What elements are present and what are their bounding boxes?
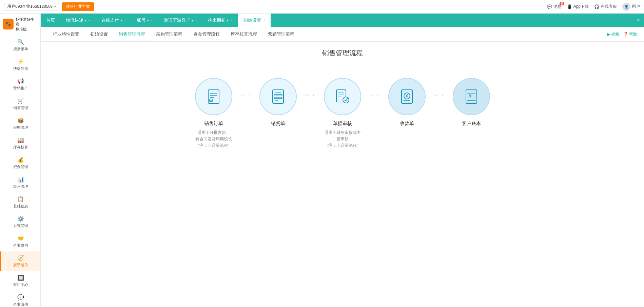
- close-icon-5[interactable]: ×: [231, 19, 233, 22]
- sidebar-label-inventory: 库存核算: [13, 145, 28, 150]
- svg-text:¥: ¥: [405, 94, 408, 98]
- main-content: 销售管理流程 销售订单 适用于: [41, 42, 644, 307]
- sidebar-item-sales[interactable]: 🛒 销售管理: [0, 94, 40, 114]
- sub-tab-purchase-flow-label: 采购管理流程: [156, 32, 182, 37]
- sub-tab-industry-label: 行业特性设置: [53, 32, 79, 37]
- sidebar-item-guide[interactable]: 🧭 新手引导: [0, 251, 40, 271]
- sidebar-item-appstore[interactable]: 🔲 应用中心: [0, 271, 40, 291]
- logo-icon: 🐾: [3, 19, 14, 29]
- appstore-icon: 🔲: [17, 274, 24, 281]
- experience-button[interactable]: 体验行业方案: [62, 2, 94, 11]
- marketing-icon: 📢: [17, 78, 24, 84]
- user-label: 用户: [632, 4, 640, 9]
- sub-tab-inventory-flow-label: 库存核算流程: [231, 32, 257, 37]
- nav-icon: ⚡: [17, 58, 24, 65]
- sub-tab-finance-flow[interactable]: 资金管理流程: [188, 27, 225, 41]
- nav-tab-period-label: 往来期初: [208, 17, 226, 23]
- flow-circle-sales-order: [195, 78, 232, 115]
- nav-tab-logistics[interactable]: 物流快递 ▾ ×: [60, 14, 96, 27]
- nav-tab-period[interactable]: 往来期初 ▾ ×: [202, 14, 238, 27]
- video-label: 视频: [611, 32, 619, 37]
- sidebar-logo: 🐾 畅捷通好生意 标准版: [0, 14, 40, 35]
- chevron-icon-3: ▾: [147, 19, 149, 22]
- flow-arrow-1: --→: [241, 78, 251, 99]
- flow-desc-doc-review: 适用于财务审核或主管审核（注：非必要流程）: [324, 129, 361, 149]
- sidebar-item-nav[interactable]: ⚡ 快捷导航: [0, 55, 40, 75]
- flow-item-sales-order[interactable]: 销售订单 适用于分批发货、有合同发货周期较长（注：非必要流程）: [187, 78, 241, 149]
- review-icon: [334, 88, 351, 105]
- sidebar-label-appstore: 应用中心: [13, 282, 28, 287]
- sidebar-item-wechat[interactable]: 💬 企业微信: [0, 291, 40, 307]
- sub-tab-sales-flow[interactable]: 销售管理流程: [113, 27, 151, 41]
- svg-text:¥: ¥: [468, 93, 472, 99]
- video-link[interactable]: ▶ 视频: [607, 32, 619, 37]
- close-icon[interactable]: ×: [89, 19, 91, 22]
- help-icon: ❓: [623, 32, 628, 37]
- sidebar-item-marketing[interactable]: 📢 营销推广: [0, 75, 40, 94]
- sub-tab-purchase-flow[interactable]: 采购管理流程: [151, 27, 188, 41]
- sidebar-item-finance[interactable]: 💰 资金管理: [0, 153, 40, 173]
- flow-item-customer-account[interactable]: ¥ 客户账本: [444, 78, 499, 129]
- guide-icon: 🧭: [17, 255, 24, 261]
- user-avatar[interactable]: 👤 用户: [622, 3, 640, 11]
- help-link[interactable]: ❓ 帮助: [623, 32, 637, 37]
- sub-tab-inventory-flow[interactable]: 库存核算流程: [225, 27, 262, 41]
- avatar-icon: 👤: [622, 3, 630, 11]
- svg-rect-6: [273, 90, 284, 103]
- close-icon-4[interactable]: ×: [195, 19, 197, 22]
- nav-tab-home-label: 首页: [46, 17, 55, 23]
- management-icon: 📊: [17, 176, 24, 183]
- flow-label-sales-order: 销售订单: [204, 121, 223, 127]
- main-layout: 🐾 畅捷通好生意 标准版 🔍 搜索菜单 ⚡ 快捷导航 📢 营销推广 🛒 销售管理…: [0, 14, 644, 307]
- arrow-icon-3: --→: [370, 91, 380, 99]
- app-download-button[interactable]: 📱 App下载: [567, 4, 589, 9]
- flow-circle-doc-review: [324, 78, 361, 115]
- flow-label-doc-review: 单据审核: [333, 121, 352, 127]
- user-select[interactable]: 用户690企业1660120507 ▾: [4, 3, 59, 11]
- nav-tab-account[interactable]: 账号 ▾ ×: [132, 14, 158, 27]
- flow-item-receipt[interactable]: ¥ 收款单: [380, 78, 434, 129]
- sidebar-item-purchase[interactable]: 📦 采购管理: [0, 114, 40, 134]
- sidebar-item-management[interactable]: 📊 经营管理: [0, 173, 40, 192]
- app-download-label: App下载: [573, 4, 589, 9]
- logo-text: 畅捷通好生意 标准版: [16, 17, 38, 32]
- nav-tab-logistics-label: 物流快递: [66, 17, 83, 23]
- online-service-label: 在线客服: [601, 4, 617, 9]
- sub-tab-industry[interactable]: 行业特性设置: [47, 27, 85, 41]
- page-title: 销售管理流程: [47, 48, 637, 58]
- sidebar-label-wechat: 企业微信: [13, 302, 28, 307]
- finance-icon: 💰: [17, 157, 24, 163]
- logo-text-line2: 标准版: [16, 27, 38, 32]
- sidebar-item-collab[interactable]: 🤝 企业协同: [0, 232, 40, 251]
- sidebar-label-marketing: 营销推广: [13, 86, 28, 91]
- sidebar-item-inventory[interactable]: 🏭 库存核算: [0, 134, 40, 153]
- info-icon: 📋: [17, 196, 24, 202]
- top-bar-left: 用户690企业1660120507 ▾ 体验行业方案: [4, 2, 94, 11]
- nav-tabs-close-all[interactable]: ×: [633, 17, 644, 23]
- sidebar-item-system[interactable]: ⚙️ 系统管理: [0, 212, 40, 232]
- close-icon-6[interactable]: ×: [263, 19, 265, 22]
- top-bar: 用户690企业1660120507 ▾ 体验行业方案 💬 消息 6 📱 App下…: [0, 0, 644, 14]
- top-bar-right: 💬 消息 6 📱 App下载 🎧 在线客服 👤 用户: [547, 3, 640, 11]
- close-icon-3[interactable]: ×: [151, 19, 153, 22]
- flow-circle-receipt: ¥: [388, 78, 426, 115]
- sub-tab-initial[interactable]: 初始设置: [85, 27, 113, 41]
- chevron-icon-2: ▾: [120, 19, 122, 22]
- nav-tab-initial[interactable]: 初始设置 ×: [238, 14, 271, 27]
- close-icon-2[interactable]: ×: [124, 19, 126, 22]
- wechat-icon: 💬: [17, 294, 24, 301]
- nav-tab-home[interactable]: 首页: [41, 14, 60, 27]
- nav-tab-payment[interactable]: 在线支付 ▾ ×: [96, 14, 132, 27]
- nav-tabs-top: 首页 物流快递 ▾ × 在线支付 ▾ × 账号 ▾ × 邀请下游客户 ▾ ×: [41, 14, 644, 27]
- arrow-icon-2: --→: [305, 91, 315, 99]
- sidebar-item-info[interactable]: 📋 基础信息: [0, 192, 40, 212]
- logo-text-line1: 畅捷通好生意: [16, 17, 38, 27]
- flow-item-sales-invoice[interactable]: 销货单: [251, 78, 305, 129]
- online-service-button[interactable]: 🎧 在线客服: [594, 4, 617, 9]
- sidebar-label-search: 搜索菜单: [13, 46, 28, 52]
- sidebar-item-search[interactable]: 🔍 搜索菜单: [0, 35, 40, 55]
- message-button[interactable]: 💬 消息 6: [547, 4, 562, 9]
- sub-tab-marketing-flow[interactable]: 营销管理流程: [262, 27, 300, 41]
- flow-item-doc-review[interactable]: 单据审核 适用于财务审核或主管审核（注：非必要流程）: [315, 78, 370, 149]
- nav-tab-invite[interactable]: 邀请下游客户 ▾ ×: [158, 14, 203, 27]
